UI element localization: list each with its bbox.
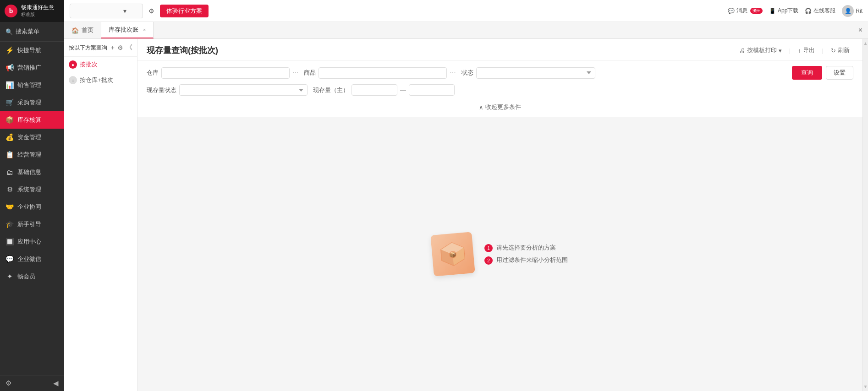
stock-qty-to-input[interactable] (409, 84, 455, 96)
sidebar-item-label: 经营管理 (17, 151, 41, 159)
collapse-more-btn[interactable]: ∧ 收起更多条件 (147, 100, 853, 111)
sidebar-item-member[interactable]: ✦ 畅会员 (0, 268, 64, 285)
sidebar-item-appcenter[interactable]: 🔲 应用中心 (0, 233, 64, 250)
refresh-icon: ↻ (831, 47, 836, 54)
topbar-app-download[interactable]: 📱 App下载 (769, 7, 798, 15)
collapse-label: 收起更多条件 (485, 103, 521, 111)
sidebar-item-inventory[interactable]: 📦 库存核算 (0, 111, 64, 129)
refresh-button[interactable]: ↻ 刷新 (827, 44, 853, 56)
tab-close-icon[interactable]: × (143, 27, 146, 33)
tab-inventory-batch-label: 库存批次账 (109, 26, 138, 34)
topbar-gear-button[interactable]: ⚙ (147, 5, 156, 16)
topbar-messages[interactable]: 💬 消息 99+ (728, 7, 763, 15)
sidebar-footer: ⚙ ◀ (0, 375, 64, 391)
tab-bar-close-icon[interactable]: × (853, 26, 868, 34)
plan-by-batch[interactable]: ● 按批次 (64, 57, 137, 72)
page-header-actions: 🖨 按模板打印 ▾ | ↑ 导出 | ↻ 刷新 (736, 44, 853, 56)
topbar-search-area: ▾ (70, 4, 143, 18)
query-button[interactable]: 查询 (792, 66, 822, 80)
stock-status-label: 现存量状态 (147, 86, 176, 94)
stock-status-select[interactable] (179, 84, 308, 96)
tab-home[interactable]: 🏠 首页 (64, 22, 101, 38)
svg-text:📦: 📦 (449, 250, 456, 258)
sidebar-item-purchase[interactable]: 🛒 采购管理 (0, 94, 64, 111)
collapse-icon: ∧ (479, 104, 483, 111)
sidebar-nav: 🔍 搜索菜单 ⚡ 快捷导航 📢 营销推广 📊 销售管理 🛒 采购管理 📦 库存核… (0, 22, 64, 375)
message-icon: 💬 (728, 8, 735, 14)
hint-number-2: 2 (484, 256, 493, 265)
user-avatar: 👤 (842, 5, 854, 17)
header-divider-1: | (789, 47, 791, 54)
appcenter-icon: 🔲 (5, 238, 14, 246)
tab-inventory-batch[interactable]: 库存批次账 × (101, 22, 154, 38)
filter-row-1: 仓库 ··· 商品 ··· 状态 (147, 66, 853, 80)
print-label: 按模板打印 (747, 46, 777, 54)
sidebar-item-label: 新手引导 (17, 220, 41, 228)
sidebar: b 畅康通好生意 标准版 🔍 搜索菜单 ⚡ 快捷导航 📢 营销推广 📊 销售管理… (0, 0, 64, 391)
basic-icon: 🗂 (5, 168, 14, 176)
sidebar-item-wxwork[interactable]: 💬 企业微信 (0, 250, 64, 268)
hint-number-1: 1 (484, 244, 493, 252)
sidebar-item-newbie[interactable]: 🎓 新手引导 (0, 216, 64, 233)
sidebar-item-label: 库存核算 (17, 116, 41, 124)
quicknav-icon: ⚡ (5, 46, 14, 54)
topbar-search-input[interactable] (74, 8, 120, 14)
sidebar-item-sales[interactable]: 📊 销售管理 (0, 76, 64, 94)
industry-plan-button[interactable]: 体验行业方案 (160, 5, 209, 17)
goods-filter-input[interactable] (319, 67, 447, 79)
topbar-chevron-button[interactable]: ▾ (121, 5, 128, 16)
finance-icon: 💰 (5, 133, 14, 141)
warehouse-filter-input[interactable] (161, 67, 290, 79)
mobile-icon: 📱 (769, 8, 776, 14)
scroll-down-arrow[interactable]: ▼ (863, 384, 868, 389)
warehouse-filter-dots[interactable]: ··· (292, 69, 298, 77)
plan-by-warehouse-batch-label: 按仓库+批次 (80, 76, 113, 84)
status-filter-select[interactable] (476, 67, 595, 79)
system-icon: ⚙ (5, 185, 14, 194)
enterprise-icon: 🤝 (5, 203, 14, 211)
left-plan-panel: 按以下方案查询 + ⚙ 《 ● 按批次 ○ 按仓库+批次 (64, 39, 137, 391)
plan-settings-button[interactable]: ⚙ (117, 43, 123, 52)
stock-qty-from-input[interactable] (352, 84, 397, 96)
sidebar-collapse-button[interactable]: ◀ (53, 379, 59, 387)
print-template-button[interactable]: 🖨 按模板打印 ▾ (736, 44, 786, 56)
topbar-online-service[interactable]: 🎧 在线客服 (805, 7, 835, 15)
collapse-panel-button[interactable]: 《 (126, 43, 132, 52)
goods-filter-dots[interactable]: ··· (450, 69, 456, 77)
sidebar-item-label: 营销推广 (17, 64, 41, 72)
plan-by-warehouse-batch[interactable]: ○ 按仓库+批次 (64, 72, 137, 88)
wxwork-icon: 💬 (5, 255, 14, 263)
empty-hint-2: 2 用过滤条件来缩小分析范围 (484, 256, 568, 265)
search-icon: 🔍 (5, 28, 13, 35)
sidebar-item-basic[interactable]: 🗂 基础信息 (0, 163, 64, 181)
side-scrollbar[interactable]: ▲ ▼ (863, 39, 868, 391)
sidebar-item-system[interactable]: ⚙ 系统管理 (0, 181, 64, 198)
sidebar-settings-button[interactable]: ⚙ (5, 379, 11, 387)
settings-button[interactable]: 设置 (826, 66, 853, 80)
right-content: 现存量查询(按批次) 🖨 按模板打印 ▾ | ↑ 导出 | ↻ (137, 39, 863, 391)
print-chevron-icon: ▾ (779, 47, 782, 54)
sidebar-search-label: 搜索菜单 (16, 27, 39, 36)
topbar-user[interactable]: 👤 Rit (842, 5, 863, 17)
empty-hint-1: 1 请先选择要分析的方案 (484, 244, 568, 252)
sidebar-item-finance[interactable]: 💰 资金管理 (0, 129, 64, 146)
sidebar-item-marketing[interactable]: 📢 营销推广 (0, 59, 64, 76)
headset-icon: 🎧 (805, 8, 812, 14)
status-filter-label: 状态 (461, 69, 473, 77)
sidebar-item-label: 基础信息 (17, 168, 41, 176)
printer-icon: 🖨 (739, 47, 745, 54)
sidebar-item-operation[interactable]: 📋 经营管理 (0, 146, 64, 163)
sidebar-item-quicknav[interactable]: ⚡ 快捷导航 (0, 42, 64, 59)
sidebar-item-label: 企业微信 (17, 255, 41, 263)
export-icon: ↑ (798, 47, 801, 54)
warehouse-filter-group: 仓库 ··· (147, 67, 298, 79)
scroll-up-arrow[interactable]: ▲ (863, 41, 868, 46)
plan-by-batch-label: 按批次 (80, 60, 98, 69)
sidebar-item-enterprise[interactable]: 🤝 企业协同 (0, 198, 64, 216)
sidebar-search-button[interactable]: 🔍 搜索菜单 (4, 26, 60, 38)
add-plan-button[interactable]: + (111, 43, 115, 52)
export-button[interactable]: ↑ 导出 (794, 44, 819, 56)
range-dash: — (400, 87, 406, 93)
topbar: ▾ ⚙ 体验行业方案 💬 消息 99+ 📱 App下载 🎧 在线客服 👤 Rit (64, 0, 868, 22)
plan-query-label: 按以下方案查询 (69, 44, 107, 52)
